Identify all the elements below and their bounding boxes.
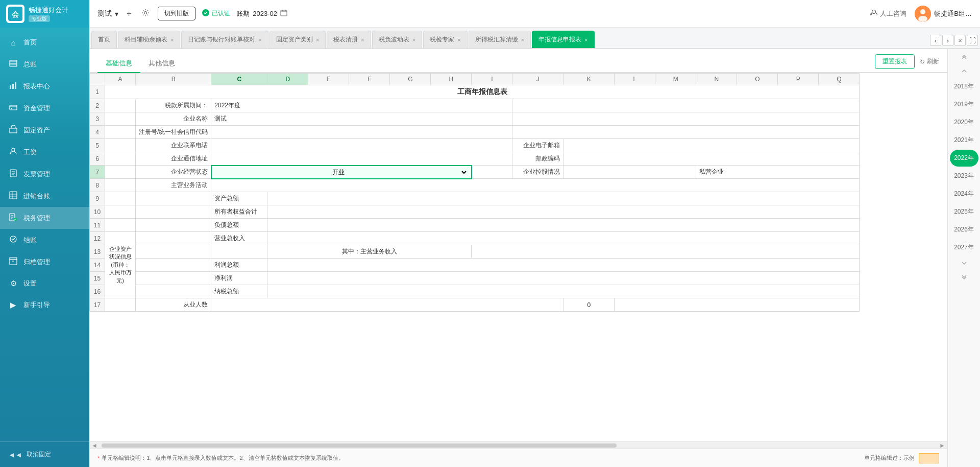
cell-2c[interactable]: 2022年度 xyxy=(211,99,512,112)
tab-auxiliary-balance[interactable]: 科目辅助余额表 × xyxy=(118,31,180,48)
settings-button[interactable] xyxy=(139,7,152,21)
tab-bank-reconcile[interactable]: 日记账与银行对账单核对 × xyxy=(181,31,268,48)
tab-close-icon[interactable]: × xyxy=(521,37,524,43)
cell-7i[interactable] xyxy=(472,166,512,179)
cell-10d[interactable] xyxy=(267,205,860,219)
cell-4a[interactable] xyxy=(105,126,136,139)
tab-expand-button[interactable]: ⛶ xyxy=(967,35,978,46)
horizontal-scrollbar[interactable]: ◄ ► xyxy=(89,441,947,449)
tab-tax-check[interactable]: 税检专家 × xyxy=(423,31,467,48)
cell-13j[interactable] xyxy=(472,245,860,259)
title-cell[interactable]: 工商年报信息表 xyxy=(105,85,860,99)
cell-7a[interactable] xyxy=(105,166,136,179)
cell-10b[interactable] xyxy=(136,205,211,219)
year-panel-up-btn[interactable] xyxy=(956,52,972,63)
company-selector[interactable]: 测试 ▾ xyxy=(97,9,118,18)
year-item-2027[interactable]: 2027年 xyxy=(950,239,978,256)
sidebar-item-home[interactable]: ⌂ 首页 xyxy=(0,32,89,53)
cell-4j[interactable] xyxy=(512,126,860,139)
cell-12b[interactable] xyxy=(136,232,211,245)
cell-11b[interactable] xyxy=(136,219,211,232)
year-panel-scroll-down-btn[interactable] xyxy=(956,258,972,269)
cell-15b[interactable] xyxy=(136,272,211,285)
scroll-right-btn[interactable]: ► xyxy=(937,442,947,449)
cell-13b[interactable] xyxy=(136,245,211,259)
tab-close-icon[interactable]: × xyxy=(316,37,319,43)
cell-10a[interactable] xyxy=(105,205,136,219)
cell-9a[interactable] xyxy=(105,192,136,205)
sidebar-item-close-accounts[interactable]: 结账 xyxy=(0,229,89,251)
tab-annual-report[interactable]: 年报信息申报表 × xyxy=(532,31,594,48)
year-item-2024[interactable]: 2024年 xyxy=(950,185,978,202)
switch-version-button[interactable]: 切到旧版 xyxy=(158,7,195,20)
cell-14b[interactable] xyxy=(136,259,211,272)
year-item-2020[interactable]: 2020年 xyxy=(950,114,978,131)
cell-3c[interactable]: 测试 xyxy=(211,112,512,126)
tab-close-icon[interactable]: × xyxy=(361,37,364,43)
cell-5k[interactable] xyxy=(564,139,860,152)
tab-close-icon[interactable]: × xyxy=(258,37,261,43)
cell-7k[interactable] xyxy=(564,166,696,179)
sidebar-item-assets[interactable]: 固定资产 xyxy=(0,119,89,141)
cell-6c[interactable] xyxy=(211,152,512,166)
cell-6k[interactable] xyxy=(564,152,860,166)
sidebar-item-guide[interactable]: ▶ 新手引导 xyxy=(0,294,89,316)
sidebar-item-archive[interactable]: 归档管理 xyxy=(0,251,89,273)
year-item-2026[interactable]: 2026年 xyxy=(950,221,978,238)
period-selector[interactable]: 账期 2023-02 xyxy=(236,9,287,18)
tab-next-button[interactable]: › xyxy=(942,35,953,46)
cell-7c-dropdown[interactable]: 开业 注销 吊销 迁出 撤销 xyxy=(211,166,472,179)
cell-13c[interactable] xyxy=(211,245,267,259)
cell-16d[interactable] xyxy=(267,285,860,298)
sub-tab-basic[interactable]: 基础信息 xyxy=(97,55,140,73)
reset-report-button[interactable]: 重置报表 xyxy=(875,54,915,69)
cell-17k[interactable]: 0 xyxy=(564,298,615,312)
tab-tax-fluctuation[interactable]: 税负波动表 × xyxy=(372,31,422,48)
cell-5a[interactable] xyxy=(105,139,136,152)
cell-2j[interactable] xyxy=(512,99,860,112)
cell-8a[interactable] xyxy=(105,179,136,192)
cell-5c[interactable] xyxy=(211,139,512,152)
sidebar-item-finance[interactable]: 资金管理 xyxy=(0,97,89,119)
year-panel-down-btn[interactable] xyxy=(956,271,972,282)
sidebar-item-tax[interactable]: 税务管理 xyxy=(0,207,89,229)
tab-income-tax[interactable]: 所得税汇算清缴 × xyxy=(469,31,531,48)
cell-14d[interactable] xyxy=(267,259,860,272)
sidebar-item-stock[interactable]: 进销台账 xyxy=(0,185,89,207)
sidebar-item-reports[interactable]: 报表中心 xyxy=(0,75,89,97)
scroll-thumb[interactable] xyxy=(102,443,617,448)
tab-tax-list[interactable]: 税表清册 × xyxy=(327,31,371,48)
sidebar-item-salary[interactable]: 工资 xyxy=(0,141,89,163)
cell-11a[interactable] xyxy=(105,219,136,232)
cell-7n[interactable]: 私营企业 xyxy=(696,166,860,179)
sidebar-item-ledger[interactable]: 总账 xyxy=(0,53,89,75)
cell-17l[interactable] xyxy=(615,298,860,312)
cell-16b[interactable] xyxy=(136,285,211,298)
year-item-2018[interactable]: 2018年 xyxy=(950,78,978,95)
tab-close-all-button[interactable]: × xyxy=(954,35,966,46)
add-button[interactable]: + xyxy=(125,7,133,20)
spreadsheet-wrapper[interactable]: A B C D E F G H I J K L xyxy=(89,73,947,441)
cell-2a[interactable] xyxy=(105,99,136,112)
user-menu[interactable]: 畅捷通B组… xyxy=(915,6,972,22)
year-panel-scroll-up-btn[interactable] xyxy=(956,65,972,77)
cell-6a[interactable] xyxy=(105,152,136,166)
year-item-2021[interactable]: 2021年 xyxy=(950,132,978,149)
sidebar-item-invoice[interactable]: 发票管理 xyxy=(0,163,89,185)
cell-3j[interactable] xyxy=(512,112,860,126)
tab-prev-button[interactable]: ‹ xyxy=(930,35,941,46)
operating-status-select[interactable]: 开业 注销 吊销 迁出 撤销 xyxy=(215,168,468,176)
tab-home[interactable]: 首页 xyxy=(91,31,117,48)
tab-close-icon[interactable]: × xyxy=(457,37,460,43)
refresh-button[interactable]: ↻ 刷新 xyxy=(920,57,939,66)
tab-close-icon[interactable]: × xyxy=(584,37,587,43)
cell-17c[interactable] xyxy=(211,298,564,312)
cell-11d[interactable] xyxy=(267,219,860,232)
cell-17a[interactable] xyxy=(105,298,136,312)
cell-4c[interactable] xyxy=(211,126,512,139)
tab-fixed-assets[interactable]: 固定资产类别 × xyxy=(270,31,326,48)
cell-15d[interactable] xyxy=(267,272,860,285)
sub-tab-other[interactable]: 其他信息 xyxy=(140,55,183,73)
cell-9d[interactable] xyxy=(267,192,860,205)
scroll-left-btn[interactable]: ◄ xyxy=(89,442,100,449)
